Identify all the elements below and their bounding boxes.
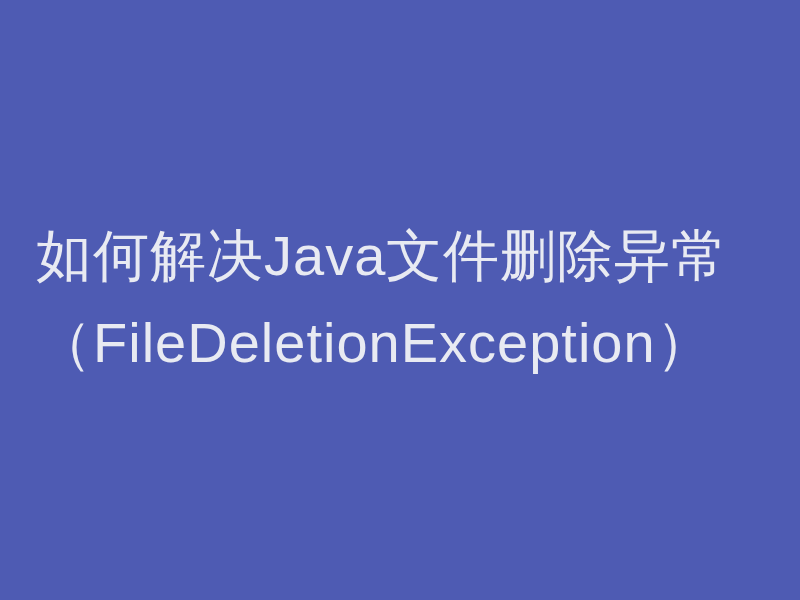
title-text: 如何解决Java文件删除异常（FileDeletionException） bbox=[36, 213, 764, 387]
